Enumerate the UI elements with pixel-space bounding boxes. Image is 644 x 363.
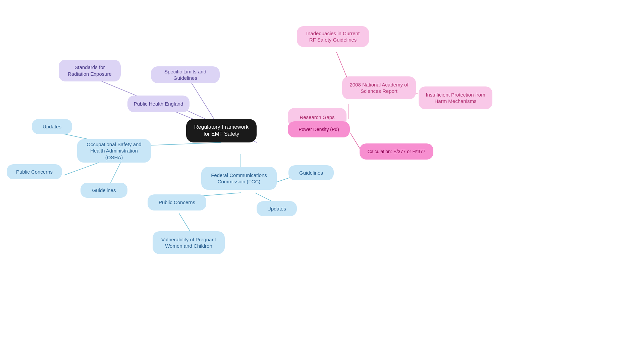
node-label: Inadequacies in Current RF Safety Guidel… bbox=[303, 30, 363, 43]
node-label: 2008 National Academy of Sciences Report bbox=[348, 81, 410, 95]
node-label: Occupational Safety and Health Administr… bbox=[83, 141, 145, 161]
node-public-health-england[interactable]: Public Health England bbox=[127, 96, 190, 112]
center-node[interactable]: Regulatory Framework for EMF Safety bbox=[186, 119, 257, 142]
node-label: Insufficient Protection from Harm Mechan… bbox=[425, 92, 486, 105]
node-label: Federal Communications Commission (FCC) bbox=[207, 172, 271, 185]
node-label: Power Density (Pd) bbox=[299, 126, 339, 132]
node-public-concerns-fcc[interactable]: Public Concerns bbox=[148, 194, 206, 210]
node-label: Research Gaps bbox=[300, 114, 334, 121]
node-label: Guidelines bbox=[299, 170, 323, 176]
node-public-concerns-osha[interactable]: Public Concerns bbox=[7, 164, 62, 179]
node-label: Guidelines bbox=[92, 187, 116, 194]
node-standards-radiation[interactable]: Standards for Radiation Exposure bbox=[59, 60, 121, 81]
node-vulnerability[interactable]: Vulnerability of Pregnant Women and Chil… bbox=[153, 231, 225, 254]
node-label: Public Concerns bbox=[16, 169, 53, 175]
node-label: Public Health England bbox=[134, 101, 183, 107]
node-label: Standards for Radiation Exposure bbox=[65, 64, 115, 77]
node-specific-limits[interactable]: Specific Limits and Guidelines bbox=[151, 66, 220, 83]
svg-line-6 bbox=[109, 160, 122, 186]
center-label: Regulatory Framework for EMF Safety bbox=[192, 124, 251, 138]
node-osha[interactable]: Occupational Safety and Health Administr… bbox=[77, 139, 151, 163]
node-updates-osha[interactable]: Updates bbox=[32, 119, 72, 134]
node-calculation[interactable]: Calculation: E/377 or H*377 bbox=[360, 143, 433, 160]
node-guidelines-fcc[interactable]: Guidelines bbox=[288, 165, 334, 180]
node-label: Calculation: E/377 or H*377 bbox=[368, 148, 426, 155]
node-label: Updates bbox=[267, 205, 286, 212]
node-guidelines-osha[interactable]: Guidelines bbox=[80, 183, 127, 198]
node-nas-report[interactable]: 2008 National Academy of Sciences Report bbox=[342, 76, 416, 99]
node-power-density[interactable]: Power Density (Pd) bbox=[288, 121, 350, 137]
node-label: Updates bbox=[43, 123, 61, 130]
node-updates-fcc[interactable]: Updates bbox=[257, 201, 297, 216]
node-fcc[interactable]: Federal Communications Commission (FCC) bbox=[201, 167, 277, 190]
node-label: Vulnerability of Pregnant Women and Chil… bbox=[159, 236, 219, 249]
node-label: Specific Limits and Guidelines bbox=[157, 68, 214, 81]
node-inadequacies[interactable]: Inadequacies in Current RF Safety Guidel… bbox=[297, 26, 369, 47]
node-insufficient-protection[interactable]: Insufficient Protection from Harm Mechan… bbox=[419, 86, 492, 109]
node-label: Public Concerns bbox=[159, 199, 195, 206]
